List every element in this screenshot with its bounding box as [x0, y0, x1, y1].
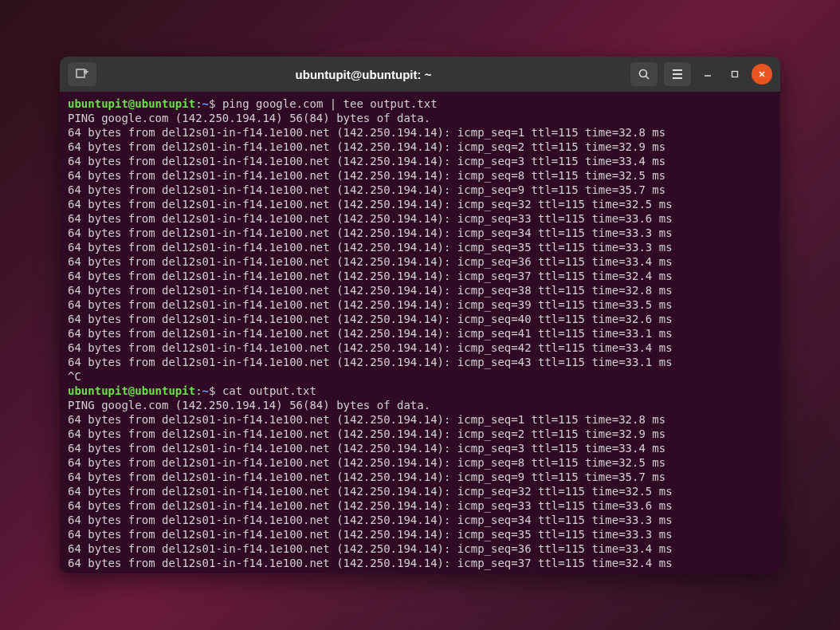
- prompt-line: ubuntupit@ubuntupit:~$ ping google.com |…: [68, 96, 772, 111]
- terminal-line: 64 bytes from del12s01-in-f14.1e100.net …: [68, 556, 772, 570]
- titlebar: ubuntupit@ubuntupit: ~: [60, 57, 780, 92]
- svg-line-4: [646, 77, 650, 80]
- hamburger-icon: [672, 69, 683, 79]
- terminal-line: 64 bytes from del12s01-in-f14.1e100.net …: [68, 254, 772, 269]
- prompt-symbol: $: [209, 97, 222, 110]
- titlebar-right: [630, 62, 772, 86]
- command-text: ping google.com | tee output.txt: [222, 97, 438, 110]
- prompt-line: ubuntupit@ubuntupit:~$ cat output.txt: [68, 384, 772, 398]
- prompt-user-host: ubuntupit@ubuntupit: [68, 97, 195, 110]
- terminal-line: 64 bytes from del12s01-in-f14.1e100.net …: [68, 427, 772, 441]
- search-button[interactable]: [630, 62, 657, 86]
- prompt-path: ~: [202, 97, 209, 110]
- terminal-line: 64 bytes from del12s01-in-f14.1e100.net …: [68, 355, 772, 369]
- terminal-line: ^C: [68, 369, 772, 384]
- terminal-line: 64 bytes from del12s01-in-f14.1e100.net …: [68, 154, 772, 168]
- terminal-line: 64 bytes from del12s01-in-f14.1e100.net …: [68, 283, 772, 297]
- terminal-line: 64 bytes from del12s01-in-f14.1e100.net …: [68, 412, 772, 427]
- terminal-line: 64 bytes from del12s01-in-f14.1e100.net …: [68, 183, 772, 197]
- terminal-line: 64 bytes from del12s01-in-f14.1e100.net …: [68, 541, 772, 556]
- terminal-body[interactable]: ubuntupit@ubuntupit:~$ ping google.com |…: [60, 92, 780, 573]
- maximize-button[interactable]: [724, 64, 745, 85]
- terminal-line: 64 bytes from del12s01-in-f14.1e100.net …: [68, 125, 772, 140]
- minimize-button[interactable]: [697, 64, 718, 85]
- terminal-line: 64 bytes from del12s01-in-f14.1e100.net …: [68, 455, 772, 470]
- terminal-window: ubuntupit@ubuntupit: ~: [60, 57, 780, 573]
- new-tab-button[interactable]: [68, 62, 96, 86]
- terminal-line: 64 bytes from del12s01-in-f14.1e100.net …: [68, 513, 772, 527]
- terminal-line: 64 bytes from del12s01-in-f14.1e100.net …: [68, 341, 772, 355]
- terminal-line: 64 bytes from del12s01-in-f14.1e100.net …: [68, 312, 772, 326]
- terminal-line: 64 bytes from del12s01-in-f14.1e100.net …: [68, 140, 772, 154]
- terminal-line: 64 bytes from del12s01-in-f14.1e100.net …: [68, 197, 772, 211]
- terminal-line: 64 bytes from del12s01-in-f14.1e100.net …: [68, 269, 772, 283]
- minimize-icon: [704, 70, 712, 78]
- terminal-line: 64 bytes from del12s01-in-f14.1e100.net …: [68, 498, 772, 513]
- prompt-separator: :: [195, 384, 202, 397]
- terminal-line: 64 bytes from del12s01-in-f14.1e100.net …: [68, 527, 772, 541]
- terminal-line: 64 bytes from del12s01-in-f14.1e100.net …: [68, 484, 772, 498]
- terminal-line: 64 bytes from del12s01-in-f14.1e100.net …: [68, 470, 772, 484]
- terminal-line: 64 bytes from del12s01-in-f14.1e100.net …: [68, 297, 772, 312]
- command-text: cat output.txt: [222, 384, 316, 397]
- terminal-line: 64 bytes from del12s01-in-f14.1e100.net …: [68, 326, 772, 341]
- prompt-path: ~: [202, 384, 209, 397]
- close-icon: [758, 70, 766, 78]
- terminal-line: 64 bytes from del12s01-in-f14.1e100.net …: [68, 211, 772, 226]
- terminal-line: 64 bytes from del12s01-in-f14.1e100.net …: [68, 168, 772, 183]
- new-tab-icon: [76, 69, 88, 80]
- svg-rect-9: [732, 72, 738, 77]
- terminal-line: PING google.com (142.250.194.14) 56(84) …: [68, 398, 772, 412]
- prompt-symbol: $: [209, 384, 222, 397]
- menu-button[interactable]: [664, 62, 691, 86]
- prompt-separator: :: [195, 97, 202, 110]
- close-button[interactable]: [752, 64, 772, 85]
- maximize-icon: [731, 70, 739, 78]
- terminal-line: 64 bytes from del12s01-in-f14.1e100.net …: [68, 240, 772, 254]
- window-title: ubuntupit@ubuntupit: ~: [103, 68, 624, 81]
- search-icon: [638, 69, 650, 80]
- terminal-line: 64 bytes from del12s01-in-f14.1e100.net …: [68, 441, 772, 455]
- prompt-user-host: ubuntupit@ubuntupit: [68, 384, 195, 397]
- terminal-line: PING google.com (142.250.194.14) 56(84) …: [68, 111, 772, 125]
- svg-rect-0: [77, 69, 84, 77]
- terminal-line: 64 bytes from del12s01-in-f14.1e100.net …: [68, 226, 772, 240]
- svg-point-3: [640, 70, 647, 77]
